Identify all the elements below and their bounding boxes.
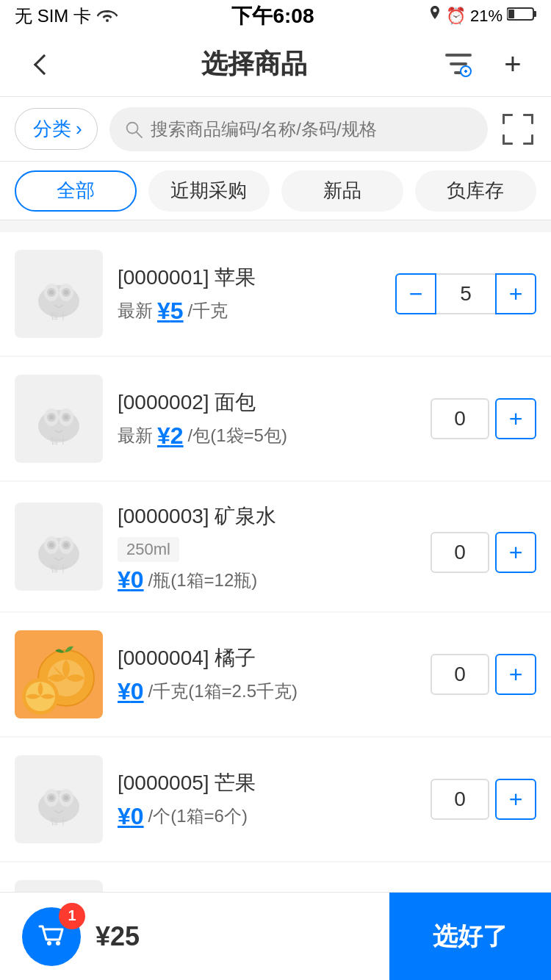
page-title: 选择商品 [201,46,307,82]
product-price: 最新 ¥2 /包(1袋=5包) [118,422,416,450]
svg-point-25 [64,290,68,295]
svg-text:智十: 智十 [50,816,68,826]
location-icon [428,6,442,26]
quantity-input[interactable] [431,779,489,820]
svg-point-40 [49,543,54,547]
product-name: [0000004] 橘子 [118,644,416,672]
svg-point-54 [64,796,68,800]
svg-rect-2 [508,10,514,18]
quantity-input[interactable] [431,398,489,439]
search-input-wrap [109,107,488,151]
svg-point-73 [56,941,60,945]
svg-point-72 [47,941,51,945]
svg-point-41 [64,543,68,547]
quantity-increase-button[interactable]: + [495,398,536,439]
tab-negative-stock[interactable]: 负库存 [415,170,537,212]
back-button[interactable] [22,43,66,87]
product-list: 智十 [0000001] 苹果 最新 ¥5 /千克 − + [0,232,551,980]
nav-bar: 选择商品 + [0,32,551,97]
scan-button[interactable] [500,111,536,148]
product-thumbnail [15,630,103,718]
list-item: 智十 [0000003] 矿泉水 250ml ¥0 /瓶(1箱=12瓶) + [0,482,551,611]
svg-rect-18 [531,134,533,145]
status-bar: 无 SIM 卡 下午6:08 ⏰ 21% [0,0,551,32]
svg-rect-1 [533,11,536,17]
tab-new[interactable]: 新品 [281,170,403,212]
alarm-icon: ⏰ [446,7,466,26]
search-icon [124,119,143,140]
svg-rect-12 [503,114,505,124]
filter-tabs: 全部 近期采购 新品 负库存 [0,162,551,220]
tab-recent[interactable]: 近期采购 [148,170,270,212]
product-price: ¥0 /千克(1箱=2.5千克) [118,678,416,705]
list-item: 智十 [0000002] 面包 最新 ¥2 /包(1袋=5包) + [0,357,551,480]
product-thumbnail: 智十 [15,755,103,843]
product-thumbnail: 智十 [15,250,103,338]
product-spec: 250ml [118,537,179,562]
svg-text:智十: 智十 [50,436,68,446]
owl-logo-icon: 智十 [29,770,88,829]
product-info: [0000005] 芒果 ¥0 /个(1箱=6个) [118,769,416,830]
orange-image [15,630,103,718]
quantity-control: + [431,398,536,439]
product-price: ¥0 /瓶(1箱=12瓶) [118,566,416,594]
add-button[interactable]: + [497,48,529,81]
wifi-icon [97,6,118,26]
product-thumbnail: 智十 [15,375,103,463]
product-price: 最新 ¥5 /千克 [118,298,381,325]
confirm-button[interactable]: 选好了 [389,893,551,981]
search-input[interactable] [151,119,473,140]
quantity-control: + [431,654,536,695]
product-name: [0000002] 面包 [118,389,416,417]
category-label: 分类 [33,116,71,142]
quantity-control: + [431,779,536,820]
cart-badge: 1 [59,903,85,929]
svg-point-53 [49,796,54,800]
quantity-control: − + [395,273,536,314]
cart-total: ¥25 [96,921,140,952]
quantity-increase-button[interactable]: + [495,532,536,573]
battery-text: 21% [470,7,503,26]
quantity-decrease-button[interactable]: − [395,273,436,314]
product-name: [0000005] 芒果 [118,769,416,797]
list-item: 智十 [0000001] 苹果 最新 ¥5 /千克 − + [0,232,551,356]
category-chevron: › [76,118,82,140]
cart-button[interactable]: 1 [22,907,81,966]
svg-rect-3 [445,54,472,57]
quantity-input[interactable] [431,532,489,573]
product-name: [0000003] 矿泉水 [118,502,416,530]
category-button[interactable]: 分类 › [15,108,98,150]
owl-logo-icon: 智十 [29,264,88,323]
svg-text:智十: 智十 [50,563,68,574]
quantity-increase-button[interactable]: + [495,273,536,314]
svg-line-10 [136,131,141,137]
quantity-input[interactable] [431,654,489,695]
bottom-bar: 1 ¥25 选好了 [0,892,551,980]
svg-point-33 [64,415,68,419]
status-time: 下午6:08 [231,2,314,30]
product-name: [0000001] 苹果 [118,264,381,292]
tab-all[interactable]: 全部 [15,170,137,212]
carrier-text: 无 SIM 卡 [15,4,91,28]
svg-text:智十: 智十 [50,311,68,321]
cart-section: 1 ¥25 [0,907,389,966]
svg-rect-4 [450,62,467,65]
svg-rect-14 [531,114,533,124]
quantity-increase-button[interactable]: + [495,654,536,695]
product-info: [0000004] 橘子 ¥0 /千克(1箱=2.5千克) [118,644,416,705]
status-right: ⏰ 21% [428,6,536,26]
svg-point-32 [49,415,54,419]
product-info: [0000001] 苹果 最新 ¥5 /千克 [118,264,381,325]
owl-logo-icon: 智十 [29,517,88,576]
quantity-input[interactable] [436,273,495,314]
list-item: 智十 [0000005] 芒果 ¥0 /个(1箱=6个) + [0,738,551,861]
quantity-increase-button[interactable]: + [495,779,536,820]
search-bar: 分类 › [0,97,551,162]
owl-logo-icon: 智十 [29,389,88,448]
nav-actions: + [442,48,529,81]
back-icon [34,54,54,74]
svg-point-24 [49,290,54,295]
status-left: 无 SIM 卡 [15,4,118,28]
battery-icon [507,7,536,26]
filter-button[interactable] [442,48,475,81]
